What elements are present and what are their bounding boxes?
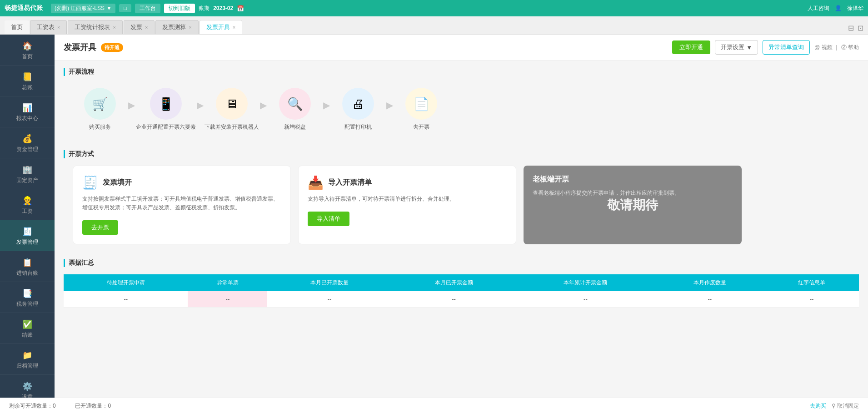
val-yearly-amount: -- bbox=[516, 291, 655, 308]
unpin-icon[interactable]: ⚲ 取消固定 bbox=[832, 402, 859, 410]
opened-quota: 已开通数量：0 bbox=[75, 403, 111, 409]
sidebar-item-invoice-mgmt-label: 发票管理 bbox=[16, 238, 38, 246]
tab-payroll-report[interactable]: 工资统计报表 × bbox=[68, 20, 122, 34]
close-icon[interactable]: × bbox=[233, 25, 235, 30]
arrow-icon-3: ▶ bbox=[260, 100, 267, 120]
window-icon[interactable]: ⊡ bbox=[858, 24, 863, 32]
close-icon[interactable]: × bbox=[189, 25, 191, 30]
summary-title: 票据汇总 bbox=[64, 259, 859, 267]
sidebar-item-salary[interactable]: 👷 工资 bbox=[0, 189, 55, 220]
col-red-info: 红字信息单 bbox=[764, 274, 859, 291]
sidebar-item-invoice-mgmt[interactable]: 🧾 发票管理 bbox=[0, 220, 55, 251]
tab-payroll[interactable]: 工资表 × bbox=[30, 20, 67, 34]
tab-invoice-issue[interactable]: 发票开具 × bbox=[200, 20, 242, 34]
buy-service-icon: 🛒 bbox=[84, 88, 116, 120]
manual-invoice-desc: 支持按照发票样式手工填开发票；可开具增值税电子普通发票、增值税普通发票、增值税专… bbox=[82, 195, 281, 212]
sidebar-item-purchase-sales[interactable]: 📋 进销台账 bbox=[0, 251, 55, 282]
arrow-icon-5: ▶ bbox=[386, 100, 393, 120]
sidebar-item-settle[interactable]: ✅ 结账 bbox=[0, 313, 55, 344]
sidebar-item-ledger-label: 总账 bbox=[22, 84, 33, 91]
sidebar-item-funds-label: 资金管理 bbox=[16, 146, 38, 153]
config-icon: 📱 bbox=[150, 88, 182, 120]
process-step-download: 🖥 下载并安装开票机器人 bbox=[205, 88, 259, 131]
switch-version-button[interactable]: 切到旧版 bbox=[164, 4, 195, 13]
user-avatar: 👤 bbox=[835, 5, 842, 11]
period-value: 2023-02 bbox=[213, 5, 233, 11]
close-icon[interactable]: × bbox=[57, 25, 60, 30]
sidebar-item-reports[interactable]: 📊 报表中心 bbox=[0, 96, 55, 127]
sidebar-item-home[interactable]: 🏠 首页 bbox=[0, 35, 55, 66]
col-yearly-amount: 本年累计开票金额 bbox=[516, 274, 655, 291]
company-name: (勿删) 江西服室-LSS bbox=[55, 5, 105, 12]
purchase-sales-icon: 📋 bbox=[22, 257, 32, 268]
val-void-count: -- bbox=[655, 291, 765, 308]
manual-invoice-title: 发票填开 bbox=[103, 178, 132, 187]
content-area: 发票开具 待开通 立即开通 开票设置 ▼ 异常清单查询 @ 视频 | ② 帮助 … bbox=[55, 35, 868, 398]
tab-payroll-label: 工资表 bbox=[37, 23, 55, 31]
sidebar-item-assets-label: 固定资产 bbox=[16, 177, 38, 184]
video-label[interactable]: @ 视频 bbox=[814, 44, 833, 51]
go-invoice-button[interactable]: 去开票 bbox=[82, 220, 118, 235]
col-pending: 待处理开票申请 bbox=[64, 274, 188, 291]
abnormal-list-button[interactable]: 异常清单查询 bbox=[763, 40, 810, 55]
close-icon[interactable]: × bbox=[145, 25, 148, 30]
help-label[interactable]: ② 帮助 bbox=[841, 44, 859, 51]
company-selector[interactable]: (勿删) 江西服室-LSS ▼ bbox=[51, 4, 115, 13]
workspace-button[interactable]: 工作台 bbox=[135, 4, 160, 13]
sidebar-item-archive[interactable]: 📁 归档管理 bbox=[0, 344, 55, 375]
content-header: 发票开具 待开通 立即开通 开票设置 ▼ 异常清单查询 @ 视频 | ② 帮助 bbox=[55, 35, 868, 61]
val-abnormal: -- bbox=[188, 291, 267, 308]
separator: | bbox=[836, 44, 838, 50]
service-label[interactable]: 人工咨询 bbox=[808, 5, 829, 12]
go-buy-link[interactable]: 去购买 bbox=[810, 402, 826, 410]
val-red-info: -- bbox=[764, 291, 859, 308]
tab-invoice[interactable]: 发票 × bbox=[124, 20, 155, 34]
ticket-settings-button[interactable]: 开票设置 ▼ bbox=[715, 40, 758, 55]
col-monthly-count: 本月已开票数量 bbox=[267, 274, 391, 291]
settle-icon: ✅ bbox=[22, 319, 32, 329]
old-portal-title: 老板端开票 bbox=[533, 175, 733, 184]
method-card-import-header: 📥 导入开票清单 bbox=[308, 175, 507, 190]
sidebar-item-tax[interactable]: 📑 税务管理 bbox=[0, 282, 55, 313]
user-name[interactable]: 徐泽华 bbox=[847, 5, 863, 12]
sidebar-item-tax-label: 税务管理 bbox=[16, 300, 38, 308]
sidebar-item-settle-label: 结账 bbox=[22, 331, 33, 339]
process-step-issue: 📄 去开票 bbox=[394, 88, 449, 131]
bottom-bar-info: 剩余可开通数量：0 已开通数量：0 bbox=[9, 402, 111, 410]
copy-button[interactable]: □ bbox=[119, 4, 131, 12]
sidebar-item-reports-label: 报表中心 bbox=[16, 115, 38, 122]
sidebar-item-funds[interactable]: 💰 资金管理 bbox=[0, 127, 55, 158]
reports-icon: 📊 bbox=[22, 103, 32, 113]
val-monthly-count: -- bbox=[267, 291, 391, 308]
tab-invoice-label: 发票 bbox=[130, 23, 142, 31]
process-step-printer: 🖨 配置打印机 bbox=[331, 88, 385, 131]
col-monthly-amount: 本月已开票金额 bbox=[392, 274, 516, 291]
arrow-icon-1: ▶ bbox=[128, 100, 135, 120]
status-badge: 待开通 bbox=[101, 43, 123, 52]
period-label: 账期 bbox=[199, 5, 210, 12]
col-abnormal: 异常单票 bbox=[188, 274, 267, 291]
sidebar-item-archive-label: 归档管理 bbox=[16, 362, 38, 370]
dropdown-arrow-icon: ▼ bbox=[106, 5, 112, 11]
immediate-open-button[interactable]: 立即开通 bbox=[672, 40, 710, 54]
download-label: 下载并安装开票机器人 bbox=[205, 123, 259, 131]
tab-home[interactable]: 首页 bbox=[5, 20, 29, 34]
restore-icon[interactable]: ⊟ bbox=[848, 24, 854, 32]
issue-label: 去开票 bbox=[413, 123, 429, 131]
manual-invoice-icon: 🧾 bbox=[82, 175, 98, 190]
tab-home-label: 首页 bbox=[11, 23, 23, 31]
buy-service-label: 购买服务 bbox=[89, 123, 111, 131]
import-list-button[interactable]: 导入清单 bbox=[308, 212, 349, 226]
sidebar-item-settings[interactable]: ⚙️ 设置 bbox=[0, 375, 55, 398]
process-steps: 🛒 购买服务 ▶ 📱 企业开通配置开票六要素 ▶ 🖥 下载并安装开票机器人 ▶ … bbox=[64, 83, 859, 136]
header-actions: 立即开通 开票设置 ▼ 异常清单查询 @ 视频 | ② 帮助 bbox=[672, 40, 859, 55]
tab-invoice-calc[interactable]: 发票测算 × bbox=[155, 20, 198, 34]
coming-soon-label: 敬请期待 bbox=[607, 197, 658, 214]
settings-icon: ⚙️ bbox=[22, 381, 32, 391]
sidebar-item-ledger[interactable]: 📒 总账 bbox=[0, 66, 55, 96]
close-icon[interactable]: × bbox=[113, 25, 115, 30]
calendar-icon[interactable]: 📅 bbox=[237, 5, 244, 12]
sidebar-item-assets[interactable]: 🏢 固定资产 bbox=[0, 158, 55, 189]
invoice-methods: 🧾 发票填开 支持按照发票样式手工填开发票；可开具增值税电子普通发票、增值税普通… bbox=[64, 166, 859, 252]
method-card-old: 老板端开票 查看老板端小程序提交的开票申请，并作出相应的审批到票。 敬请期待 bbox=[524, 166, 742, 244]
